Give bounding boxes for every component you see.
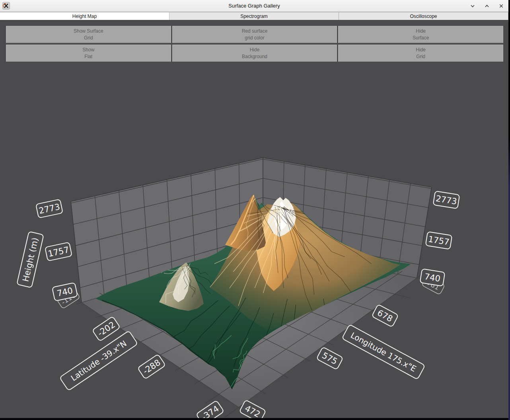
button-label: grid color: [245, 35, 264, 41]
button-label: Grid: [84, 35, 93, 41]
button-label: Grid: [416, 53, 425, 60]
surface-plot-canvas[interactable]: -11678127731757740Height (m)27731757740-…: [0, 62, 508, 418]
maximize-button[interactable]: [484, 3, 490, 9]
window-controls: [469, 0, 504, 12]
button-label: Show: [82, 47, 94, 53]
button-label: Hide: [250, 47, 260, 53]
chevron-up-icon: [484, 3, 490, 9]
minimize-button[interactable]: [469, 3, 476, 9]
close-button[interactable]: [498, 3, 504, 9]
toolbar: Show Surface Grid Red surface grid color…: [6, 26, 503, 62]
app-window: Surface Graph Gallery Height Map Spectro…: [0, 0, 508, 418]
button-label: Background: [242, 53, 267, 60]
button-label: Flat: [84, 53, 92, 60]
button-label: Surface: [413, 35, 429, 41]
surface-grid-color-button[interactable]: Red surface grid color: [172, 26, 337, 43]
close-x-icon: [498, 3, 504, 9]
hide-grid-button[interactable]: Hide Grid: [338, 45, 503, 62]
tab-bar: Height Map Spectrogram Oscilloscope: [0, 12, 508, 20]
button-label: Hide: [416, 28, 426, 35]
window-title: Surface Graph Gallery: [0, 0, 508, 12]
desktop-edge: [508, 0, 510, 420]
button-label: Show Surface: [74, 28, 103, 35]
desktop: { "window": { "title": "Surface Graph Ga…: [0, 0, 510, 420]
title-bar[interactable]: Surface Graph Gallery: [0, 0, 508, 12]
chevron-down-icon: [470, 3, 475, 9]
show-surface-grid-button[interactable]: Show Surface Grid: [6, 26, 171, 43]
tab-spectrogram[interactable]: Spectrogram: [169, 12, 339, 20]
tab-oscilloscope[interactable]: Oscilloscope: [339, 12, 508, 20]
hide-background-button[interactable]: Hide Background: [172, 45, 337, 62]
button-label: Red surface: [242, 28, 268, 35]
hide-surface-button[interactable]: Hide Surface: [338, 26, 503, 43]
tab-height-map[interactable]: Height Map: [0, 12, 169, 20]
button-label: Hide: [416, 47, 426, 53]
height-map-page: Show Surface Grid Red surface grid color…: [0, 20, 508, 418]
show-flat-button[interactable]: Show Flat: [6, 45, 171, 62]
